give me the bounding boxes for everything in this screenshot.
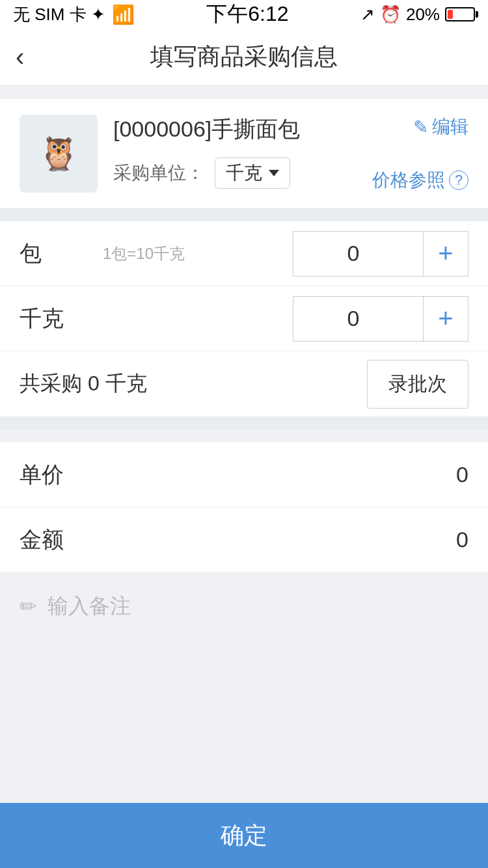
bao-plus-button[interactable]: + bbox=[423, 231, 468, 277]
alarm-icon: ⏰ bbox=[380, 5, 401, 25]
edit-label: 编辑 bbox=[432, 115, 468, 139]
edit-icon: ✎ bbox=[413, 116, 428, 138]
amount-label: 金额 bbox=[20, 525, 64, 555]
location-icon: ↗ bbox=[360, 5, 375, 25]
battery-percent: 20% bbox=[406, 5, 440, 25]
status-time: 下午6:12 bbox=[206, 0, 288, 29]
unit-price-value: 0 bbox=[456, 462, 468, 487]
bao-sublabel: 1包=10千克 bbox=[103, 243, 185, 264]
status-left: 无 SIM 卡 ✦ 📶 bbox=[13, 3, 135, 26]
bao-row: 包 1包=10千克 + bbox=[0, 221, 488, 286]
product-card: 🦉 [0000006]手撕面包 采购单位： 千克 ✎ 编辑 价格参照 ? bbox=[0, 99, 488, 208]
status-bar: 无 SIM 卡 ✦ 📶 下午6:12 ↗ ⏰ 20% bbox=[0, 0, 488, 29]
price-section: 单价 0 金额 0 bbox=[0, 442, 488, 573]
notes-section[interactable]: ✏ 输入备注 bbox=[0, 573, 488, 768]
kg-input[interactable] bbox=[293, 296, 423, 342]
sim-label: 无 SIM 卡 ✦ bbox=[13, 3, 105, 26]
bao-label: 包 bbox=[20, 239, 98, 269]
summary-label: 共采购 0 千克 bbox=[20, 370, 147, 398]
unit-select[interactable]: 千克 bbox=[215, 157, 290, 189]
wifi-icon: 📶 bbox=[112, 4, 135, 25]
status-right: ↗ ⏰ 20% bbox=[360, 5, 475, 25]
unit-price-row: 单价 0 bbox=[0, 442, 488, 508]
product-image: 🦉 bbox=[20, 115, 98, 193]
unit-price-label: 单价 bbox=[20, 460, 64, 490]
edit-button[interactable]: ✎ 编辑 bbox=[413, 115, 468, 139]
product-logo: 🦉 bbox=[38, 135, 79, 172]
help-icon: ? bbox=[449, 170, 468, 190]
kg-label: 千克 bbox=[20, 304, 98, 334]
back-button[interactable]: ‹ bbox=[16, 42, 24, 72]
unit-value: 千克 bbox=[226, 161, 262, 185]
summary-row: 共采购 0 千克 录批次 bbox=[0, 351, 488, 416]
bao-input[interactable] bbox=[293, 231, 423, 277]
amount-row: 金额 0 bbox=[0, 508, 488, 573]
battery-icon bbox=[445, 7, 475, 21]
bao-control: + bbox=[293, 231, 468, 277]
notes-inner: ✏ 输入备注 bbox=[20, 592, 468, 621]
input-section: 包 1包=10千克 + 千克 + bbox=[0, 221, 488, 351]
section-divider-2 bbox=[0, 416, 488, 429]
kg-control: + bbox=[293, 296, 468, 342]
nav-bar: ‹ 填写商品采购信息 bbox=[0, 29, 488, 86]
unit-label: 采购单位： bbox=[113, 161, 204, 185]
chevron-down-icon bbox=[269, 170, 279, 176]
notes-placeholder: 输入备注 bbox=[47, 592, 131, 621]
kg-row: 千克 + bbox=[0, 286, 488, 351]
kg-plus-button[interactable]: + bbox=[423, 296, 468, 342]
price-ref-label: 价格参照 bbox=[372, 168, 445, 193]
confirm-button[interactable]: 确定 bbox=[0, 803, 488, 868]
record-batch-button[interactable]: 录批次 bbox=[367, 360, 468, 409]
pencil-icon: ✏ bbox=[20, 594, 37, 619]
page-title: 填写商品采购信息 bbox=[150, 41, 338, 73]
amount-value: 0 bbox=[456, 527, 468, 552]
price-ref-button[interactable]: 价格参照 ? bbox=[372, 168, 468, 193]
section-divider-1 bbox=[0, 208, 488, 221]
